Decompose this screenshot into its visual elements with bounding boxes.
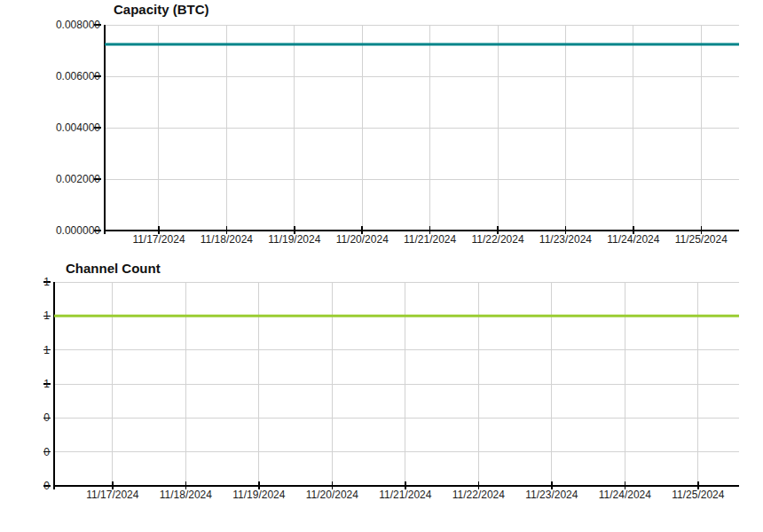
x-tick-label: 11/23/2024 xyxy=(539,232,592,246)
y-tick-label: 0.006000 xyxy=(0,69,100,83)
x-tick-label: 11/20/2024 xyxy=(306,488,358,502)
y-tick-label: 0.000000 xyxy=(0,223,100,238)
y-tick-label: 0 xyxy=(0,445,50,459)
x-tick-label: 11/17/2024 xyxy=(86,488,138,502)
y-tick-label: 1 xyxy=(0,275,50,289)
x-tick-label: 11/23/2024 xyxy=(525,488,578,502)
x-tick-label: 11/17/2024 xyxy=(132,232,185,246)
channel-count-chart-title: Channel Count xyxy=(66,261,161,276)
channel-count-chart-group xyxy=(43,282,739,489)
y-tick-label: 1 xyxy=(0,343,50,357)
capacity-chart-title: Capacity (BTC) xyxy=(114,2,209,17)
x-tick-label: 11/21/2024 xyxy=(404,232,456,246)
y-tick-label: 1 xyxy=(0,377,50,391)
x-tick-label: 11/24/2024 xyxy=(599,488,651,502)
x-tick-label: 11/24/2024 xyxy=(607,232,659,246)
x-tick-label: 11/21/2024 xyxy=(379,488,431,502)
y-tick-label: 0 xyxy=(0,479,50,493)
x-tick-label: 11/18/2024 xyxy=(201,232,253,246)
x-tick-label: 11/22/2024 xyxy=(471,232,523,246)
y-tick-label: 0 xyxy=(0,411,50,425)
x-tick-label: 11/20/2024 xyxy=(336,232,389,246)
x-tick-label: 11/19/2024 xyxy=(232,488,285,502)
y-tick-label: 0.002000 xyxy=(0,172,100,186)
lightning-node-charts: Capacity (BTC) Channel Count 0.0080000.0… xyxy=(0,0,763,532)
y-tick-label: 0.004000 xyxy=(0,121,100,135)
y-tick-label: 1 xyxy=(0,309,50,323)
x-tick-label: 11/18/2024 xyxy=(160,488,212,502)
x-tick-label: 11/22/2024 xyxy=(452,488,505,502)
x-tick-label: 11/19/2024 xyxy=(268,232,320,246)
capacity-chart-group xyxy=(94,25,739,234)
y-tick-label: 0.008000 xyxy=(0,18,100,32)
x-tick-label: 11/25/2024 xyxy=(672,488,724,502)
x-tick-label: 11/25/2024 xyxy=(675,232,728,246)
